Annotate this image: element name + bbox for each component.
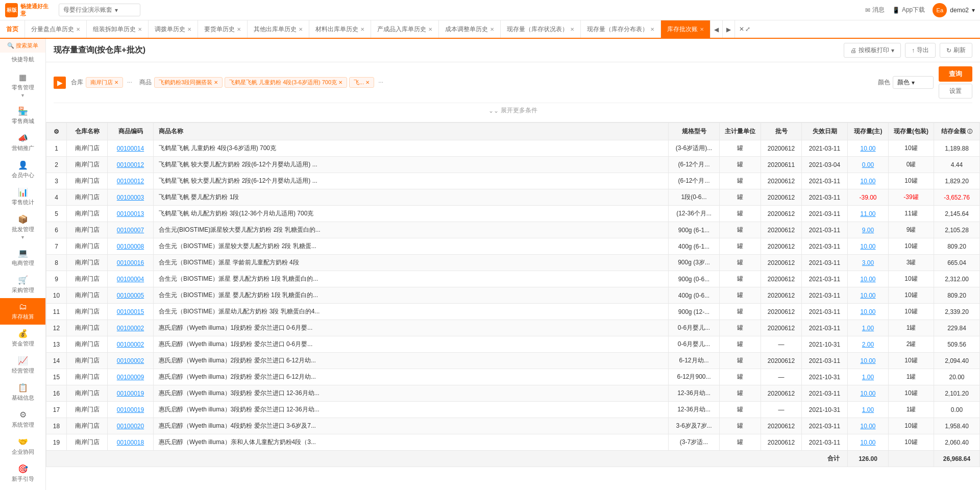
tab-require[interactable]: 要货单历史 ✕ (198, 20, 248, 38)
row-qty[interactable]: 1.00 (848, 320, 889, 336)
sidebar-item-retail-mgmt[interactable]: ▦ 零售管理 ▼ (0, 68, 45, 102)
sidebar-item-enterprise[interactable]: 🤝 企业协同 (0, 433, 45, 460)
sidebar-item-guide[interactable]: 🎯 新手引导 (0, 460, 45, 487)
product-tag-2[interactable]: 飞鹤星飞帆 儿童奶粉 4段(3-6岁适用) 700克 ✕ (225, 77, 347, 88)
close-icon[interactable]: ✕ (187, 27, 191, 32)
sidebar-item-app-center[interactable]: 📱 应用中心 (0, 487, 45, 490)
sidebar-item-retail-store[interactable]: 🏪 零售商城 (0, 102, 45, 129)
close-icon[interactable]: ✕ (428, 27, 432, 32)
row-qty[interactable]: -39.00 (848, 189, 889, 206)
query-button[interactable]: 查询 (939, 66, 972, 82)
tab-inventory-status[interactable]: 现存量（库存状况表） ✕ (501, 20, 581, 38)
row-qty[interactable]: 10.00 (848, 385, 889, 402)
row-sku[interactable]: 00100005 (108, 287, 154, 304)
row-qty[interactable]: 10.00 (848, 271, 889, 287)
color-dropdown[interactable]: 颜色 ▾ (893, 76, 934, 89)
sidebar-item-purchase[interactable]: 🛒 采购管理 (0, 271, 45, 298)
close-icon[interactable]: ✕ (76, 27, 80, 32)
row-qty[interactable]: 10.00 (848, 238, 889, 255)
row-sku[interactable]: 00100013 (108, 206, 154, 222)
warehouse-tag[interactable]: 南岸门店 ✕ (86, 77, 123, 88)
row-qty[interactable]: 10.00 (848, 140, 889, 157)
row-sku[interactable]: 00100012 (108, 157, 154, 173)
row-sku[interactable]: 00100002 (108, 353, 154, 369)
row-qty[interactable]: 10.00 (848, 353, 889, 369)
close-all-icon[interactable]: ✕ (739, 26, 744, 33)
row-qty[interactable]: 10.00 (848, 418, 889, 434)
close-icon[interactable]: ✕ (237, 27, 241, 32)
settings-button[interactable]: 设置 (939, 84, 972, 99)
row-sku[interactable]: 00100015 (108, 304, 154, 320)
warehouse-ellipsis[interactable]: ... (125, 77, 134, 88)
app-download-button[interactable]: 📱 App下载 (892, 6, 925, 14)
messages-button[interactable]: ✉ 消息 (865, 6, 885, 14)
row-qty[interactable]: 3.00 (848, 255, 889, 271)
row-qty[interactable]: 10.00 (848, 304, 889, 320)
row-qty[interactable]: 0.00 (848, 157, 889, 173)
close-icon[interactable]: ✕ (490, 27, 494, 32)
row-sku[interactable]: 00100004 (108, 271, 154, 287)
settings-icon[interactable]: ⚙ (54, 128, 59, 135)
close-icon[interactable]: ✕ (700, 27, 704, 32)
row-sku[interactable]: 00100018 (108, 434, 154, 451)
close-icon[interactable]: ✕ (650, 27, 654, 32)
row-sku[interactable]: 00100007 (108, 222, 154, 238)
user-area[interactable]: Ea demo2 ▾ (933, 3, 975, 17)
row-sku[interactable]: 00100019 (108, 402, 154, 418)
tab-material-out[interactable]: 材料出库单历史 ✕ (309, 20, 371, 38)
tab-cost-adjust[interactable]: 成本调整单历史 ✕ (439, 20, 501, 38)
quick-nav-button[interactable]: 快捷导航 (0, 53, 45, 66)
sidebar-item-retail-stats[interactable]: 📊 零售统计 (0, 183, 45, 210)
row-sku[interactable]: 00100014 (108, 140, 154, 157)
row-qty[interactable]: 1.00 (848, 369, 889, 385)
tab-other-out[interactable]: 其他出库单历史 ✕ (248, 20, 309, 38)
close-icon[interactable]: ✕ (138, 27, 142, 32)
row-qty[interactable]: 2.00 (848, 336, 889, 353)
close-icon[interactable]: ✕ (365, 80, 370, 85)
sidebar-item-wholesale[interactable]: 📦 批发管理 ▼ (0, 210, 45, 244)
row-sku[interactable]: 00100002 (108, 320, 154, 336)
row-qty[interactable]: 10.00 (848, 434, 889, 451)
row-qty[interactable]: 9.00 (848, 222, 889, 238)
row-qty[interactable]: 1.00 (848, 402, 889, 418)
sidebar-item-ops[interactable]: 📈 经营管理 (0, 352, 45, 379)
tab-home[interactable]: 首页 (0, 20, 25, 38)
row-sku[interactable]: 00100003 (108, 189, 154, 206)
product-tag-3[interactable]: 飞... ✕ (349, 77, 374, 88)
row-sku[interactable]: 00100012 (108, 173, 154, 189)
close-icon[interactable]: ✕ (360, 27, 364, 32)
row-qty[interactable]: 10.00 (848, 173, 889, 189)
print-button[interactable]: 🖨 按模板打印 ▾ (844, 43, 901, 58)
industry-selector[interactable]: 母婴行业演示账套 ▾ (59, 4, 140, 16)
product-ellipsis[interactable]: ... (376, 77, 385, 88)
maximize-icon[interactable]: ⤢ (745, 26, 750, 33)
col-settings[interactable]: ⚙ (46, 123, 67, 140)
row-sku[interactable]: 00100009 (108, 369, 154, 385)
close-icon[interactable]: ✕ (338, 80, 342, 85)
row-sku[interactable]: 00100020 (108, 418, 154, 434)
nav-next-arrow[interactable]: ▶ (723, 20, 735, 39)
sidebar-item-ecommerce[interactable]: 💻 电商管理 (0, 244, 45, 271)
row-sku[interactable]: 00100016 (108, 255, 154, 271)
tab-batch-voucher[interactable]: 库存批次账 ✕ (661, 20, 710, 38)
row-sku[interactable]: 00100002 (108, 336, 154, 353)
sidebar-item-marketing[interactable]: 📣 营销推广 (0, 129, 45, 156)
row-sku[interactable]: 00100019 (108, 385, 154, 402)
tab-mix[interactable]: 调拨单历史 ✕ (149, 20, 198, 38)
close-icon[interactable]: ✕ (570, 27, 574, 32)
row-sku[interactable]: 00100008 (108, 238, 154, 255)
close-icon[interactable]: ✕ (299, 27, 303, 32)
filter-expand-button[interactable]: ▶ (54, 77, 66, 89)
sidebar-item-system[interactable]: ⚙ 系统管理 (0, 406, 45, 433)
search-menu-button[interactable]: 🔍 搜索菜单 (0, 39, 45, 53)
expand-more-button[interactable]: ⌄⌄ 展开更多条件 (54, 103, 972, 118)
export-button[interactable]: ↑ 导出 (905, 43, 936, 58)
sidebar-item-member[interactable]: 👤 会员中心 (0, 156, 45, 183)
row-qty[interactable]: 11.00 (848, 206, 889, 222)
tab-inventory-dist[interactable]: 现存量（库存分布表） ✕ (581, 20, 661, 38)
nav-prev-arrow[interactable]: ◀ (710, 20, 723, 39)
tab-split-inventory[interactable]: 分量盘点单历史 ✕ (25, 20, 87, 38)
product-tag-1[interactable]: 飞鹤奶粉3段同捆搭装 ✕ (154, 77, 223, 88)
sidebar-item-basic-info[interactable]: 📋 基础信息 (0, 379, 45, 406)
refresh-button[interactable]: ↻ 刷新 (940, 43, 972, 58)
